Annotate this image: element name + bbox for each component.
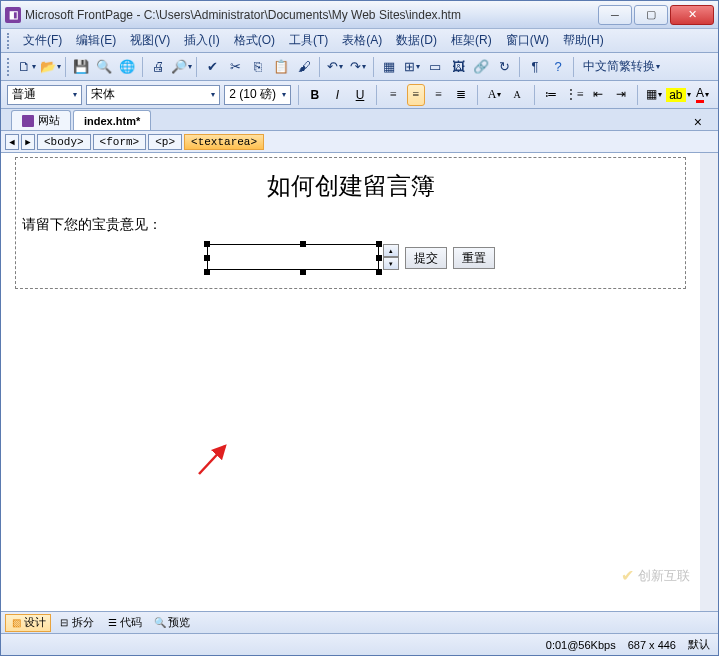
menu-bar: 文件(F) 编辑(E) 视图(V) 插入(I) 格式(O) 工具(T) 表格(A… bbox=[1, 29, 718, 53]
status-speed: 0:01@56Kbps bbox=[546, 639, 616, 651]
size-combo[interactable]: 2 (10 磅)▾ bbox=[224, 85, 290, 105]
tag-body[interactable]: <body> bbox=[37, 134, 91, 150]
tag-textarea[interactable]: <textarea> bbox=[184, 134, 264, 150]
paste-button[interactable]: 📋 bbox=[270, 56, 292, 78]
outdent-button[interactable]: ⇤ bbox=[589, 84, 608, 106]
highlight-button[interactable]: ab bbox=[667, 84, 689, 106]
format-painter-button[interactable]: 🖌 bbox=[293, 56, 315, 78]
form-label[interactable]: 请留下您的宝贵意见： bbox=[22, 210, 679, 244]
page-icon bbox=[22, 115, 34, 127]
status-bar: 0:01@56Kbps 687 x 446 默认 bbox=[1, 633, 718, 655]
status-size: 687 x 446 bbox=[628, 639, 676, 651]
menu-frames[interactable]: 框架(R) bbox=[445, 30, 498, 51]
design-editor[interactable]: 如何创建留言簿 请留下您的宝贵意见： ▴▾ bbox=[1, 153, 718, 611]
breadcrumb-next[interactable]: ► bbox=[21, 134, 35, 150]
insert-picture-button[interactable]: 🖼 bbox=[447, 56, 469, 78]
menu-window[interactable]: 窗口(W) bbox=[500, 30, 555, 51]
spellcheck-button[interactable]: ✔ bbox=[201, 56, 223, 78]
menu-edit[interactable]: 编辑(E) bbox=[70, 30, 122, 51]
tab-index[interactable]: index.htm* bbox=[73, 110, 151, 130]
menu-insert[interactable]: 插入(I) bbox=[178, 30, 225, 51]
bullet-list-button[interactable]: ⋮≡ bbox=[564, 84, 585, 106]
open-button[interactable]: 📂 bbox=[39, 56, 61, 78]
window-title: Microsoft FrontPage - C:\Users\Administr… bbox=[25, 8, 598, 22]
italic-button[interactable]: I bbox=[328, 84, 347, 106]
redo-button[interactable]: ↷ bbox=[347, 56, 369, 78]
font-shrink-button[interactable]: A bbox=[508, 84, 527, 106]
toolbar-grip[interactable] bbox=[7, 33, 11, 49]
align-center-button[interactable]: ≡ bbox=[407, 84, 426, 106]
status-mode: 默认 bbox=[688, 637, 710, 652]
indent-button[interactable]: ⇥ bbox=[611, 84, 630, 106]
web-component-button[interactable]: ▦ bbox=[378, 56, 400, 78]
menu-help[interactable]: 帮助(H) bbox=[557, 30, 610, 51]
resize-handle[interactable] bbox=[300, 241, 306, 247]
resize-handle[interactable] bbox=[376, 255, 382, 261]
page-heading[interactable]: 如何创建留言簿 bbox=[22, 166, 679, 210]
menu-table[interactable]: 表格(A) bbox=[336, 30, 388, 51]
document-tabs: 网站 index.htm* × bbox=[1, 109, 718, 131]
new-button[interactable]: 🗋 bbox=[16, 56, 38, 78]
view-code[interactable]: ☰代码 bbox=[101, 614, 147, 632]
tag-form[interactable]: <form> bbox=[93, 134, 147, 150]
show-all-button[interactable]: ¶ bbox=[524, 56, 546, 78]
view-preview[interactable]: 🔍预览 bbox=[149, 614, 195, 632]
search-button[interactable]: 🔍 bbox=[93, 56, 115, 78]
resize-handle[interactable] bbox=[376, 241, 382, 247]
ime-convert-button[interactable]: 中文简繁转换 bbox=[578, 56, 665, 78]
insert-layer-button[interactable]: ▭ bbox=[424, 56, 446, 78]
resize-handle[interactable] bbox=[204, 241, 210, 247]
tag-p[interactable]: <p> bbox=[148, 134, 182, 150]
view-design[interactable]: ▧设计 bbox=[5, 614, 51, 632]
align-justify-button[interactable]: ≣ bbox=[452, 84, 471, 106]
menu-format[interactable]: 格式(O) bbox=[228, 30, 281, 51]
border-button[interactable]: ▦ bbox=[645, 84, 664, 106]
breadcrumb-prev[interactable]: ◄ bbox=[5, 134, 19, 150]
annotation-arrow-icon bbox=[195, 438, 235, 478]
app-icon: ◧ bbox=[5, 7, 21, 23]
resize-handle[interactable] bbox=[300, 269, 306, 275]
menu-data[interactable]: 数据(D) bbox=[390, 30, 443, 51]
numbered-list-button[interactable]: ≔ bbox=[541, 84, 560, 106]
undo-button[interactable]: ↶ bbox=[324, 56, 346, 78]
font-color-button[interactable]: A bbox=[693, 84, 712, 106]
tab-website[interactable]: 网站 bbox=[11, 110, 71, 130]
cut-button[interactable]: ✂ bbox=[224, 56, 246, 78]
view-split[interactable]: ⊟拆分 bbox=[53, 614, 99, 632]
font-grow-button[interactable]: A bbox=[485, 84, 504, 106]
view-bar: ▧设计 ⊟拆分 ☰代码 🔍预览 bbox=[1, 611, 718, 633]
style-combo[interactable]: 普通▾ bbox=[7, 85, 82, 105]
minimize-button[interactable]: ─ bbox=[598, 5, 632, 25]
menu-view[interactable]: 视图(V) bbox=[124, 30, 176, 51]
align-left-button[interactable]: ≡ bbox=[384, 84, 403, 106]
textarea-scrollbar[interactable]: ▴▾ bbox=[383, 244, 399, 270]
insert-table-button[interactable]: ⊞ bbox=[401, 56, 423, 78]
tab-close-button[interactable]: × bbox=[688, 114, 708, 130]
menu-tools[interactable]: 工具(T) bbox=[283, 30, 334, 51]
standard-toolbar: 🗋 📂 💾 🔍 🌐 🖨 🔎 ✔ ✂ ⎘ 📋 🖌 ↶ ↷ ▦ ⊞ ▭ 🖼 🔗 ↻ … bbox=[1, 53, 718, 81]
submit-button[interactable]: 提交 bbox=[405, 247, 447, 269]
align-right-button[interactable]: ≡ bbox=[429, 84, 448, 106]
reset-button[interactable]: 重置 bbox=[453, 247, 495, 269]
bold-button[interactable]: B bbox=[306, 84, 325, 106]
textarea-selection[interactable]: ▴▾ bbox=[207, 244, 399, 272]
resize-handle[interactable] bbox=[204, 255, 210, 261]
maximize-button[interactable]: ▢ bbox=[634, 5, 668, 25]
publish-button[interactable]: 🌐 bbox=[116, 56, 138, 78]
textarea-field[interactable] bbox=[207, 244, 379, 270]
refresh-button[interactable]: ↻ bbox=[493, 56, 515, 78]
resize-handle[interactable] bbox=[204, 269, 210, 275]
menu-file[interactable]: 文件(F) bbox=[17, 30, 68, 51]
tag-breadcrumb: ◄ ► <body> <form> <p> <textarea> bbox=[1, 131, 718, 153]
save-button[interactable]: 💾 bbox=[70, 56, 92, 78]
underline-button[interactable]: U bbox=[351, 84, 370, 106]
copy-button[interactable]: ⎘ bbox=[247, 56, 269, 78]
close-button[interactable]: ✕ bbox=[670, 5, 714, 25]
toolbar-grip[interactable] bbox=[7, 58, 11, 76]
preview-browser-button[interactable]: 🔎 bbox=[170, 56, 192, 78]
resize-handle[interactable] bbox=[376, 269, 382, 275]
print-button[interactable]: 🖨 bbox=[147, 56, 169, 78]
font-combo[interactable]: 宋体▾ bbox=[86, 85, 221, 105]
hyperlink-button[interactable]: 🔗 bbox=[470, 56, 492, 78]
help-button[interactable]: ? bbox=[547, 56, 569, 78]
